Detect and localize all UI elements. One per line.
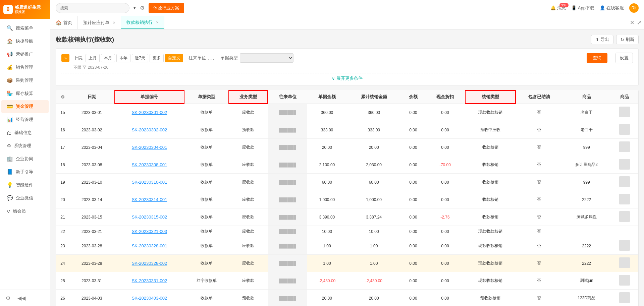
- th-product: 商品: [562, 90, 610, 104]
- cell-doc-no[interactable]: SK-20230301-002: [114, 104, 185, 121]
- table-row: 172023-03-04SK-20230304-001收款单应收款██████2…: [56, 139, 638, 156]
- topbar-search-input[interactable]: [56, 3, 129, 13]
- cell-doc-no[interactable]: SK-20230310-001: [114, 174, 185, 191]
- cell-accum-cancel: -2,430.00: [347, 272, 401, 290]
- page-header: 收款核销执行(按收款) ⬆ 导出 ↻ 刷新: [56, 35, 639, 44]
- tab-collection[interactable]: 收款核销执行 ✕: [121, 16, 164, 29]
- date-custom-button[interactable]: 自定义: [165, 54, 183, 62]
- sidebar-item-system[interactable]: ⚙ 系统管理: [1, 139, 49, 152]
- cell-doc-no[interactable]: SK-20230302-002: [114, 121, 185, 139]
- sidebar-collapse-button[interactable]: ◀◀: [16, 293, 27, 303]
- cell-partner: ██████: [268, 191, 307, 208]
- sidebar-item-wechat[interactable]: 💬 企业微信: [1, 192, 49, 204]
- tab-prepay-close-icon[interactable]: ✕: [113, 21, 115, 24]
- sidebar-item-operations[interactable]: 📊 经营管理: [1, 113, 49, 126]
- export-button[interactable]: ⬆ 导出: [591, 35, 613, 44]
- th-balance: 余额: [401, 90, 425, 104]
- topbar-gear-icon[interactable]: ⚙: [140, 5, 145, 11]
- date-prev-month-button[interactable]: 上月: [86, 54, 100, 62]
- topbar-service-button[interactable]: 👤 在线客服: [600, 5, 624, 11]
- enterprise-icon: 🏢: [7, 156, 13, 162]
- table-row: 212023-03-15SK-20230315-002收款单应收款██████3…: [56, 208, 638, 226]
- sidebar-item-marketing[interactable]: 📢 营销推广: [1, 48, 49, 61]
- expand-more-button[interactable]: ∨ 展开更多条件: [332, 75, 363, 81]
- filter-partner-item: 往来单位 ...: [189, 55, 215, 62]
- sidebar-item-member[interactable]: V 畅会员: [1, 205, 49, 218]
- cell-doc-type: 收款单: [184, 237, 228, 255]
- filter-expand-button[interactable]: »: [61, 54, 69, 62]
- cell-product: 999: [562, 174, 610, 191]
- topbar-user-avatar[interactable]: Rit: [629, 3, 639, 13]
- cell-doc-no[interactable]: SK-20230304-001: [114, 139, 185, 156]
- cell-accum-cancel: 3,387.24: [347, 208, 401, 226]
- th-cancel-type: 核销类型: [465, 90, 516, 104]
- sidebar-item-quicknav[interactable]: 🏠 快捷导航: [1, 35, 49, 48]
- sidebar-item-finance[interactable]: 💳 资金管理: [1, 100, 49, 113]
- topbar-app-button[interactable]: 📱 App下载: [571, 5, 594, 11]
- tabbar-close-button[interactable]: ✕: [630, 19, 634, 26]
- sidebar-item-label-sales: 销售管理: [16, 64, 33, 70]
- cell-cash-discount: 0.00: [425, 174, 465, 191]
- tab-collection-close-icon[interactable]: ✕: [156, 20, 159, 24]
- sidebar-item-sales[interactable]: 💰 销售管理: [1, 61, 49, 74]
- topbar-right: 🔔 消息 99+ 📱 App下载 👤 在线客服 Rit: [550, 3, 639, 13]
- sidebar-item-hardware[interactable]: 💡 智能硬件: [1, 179, 49, 191]
- date-range-text: 不限 至 2023-07-26: [61, 65, 633, 70]
- cell-doc-no[interactable]: SK-20230314-001: [114, 191, 185, 208]
- app-logo: 6 畅康道好生意 标推版: [0, 0, 50, 19]
- sidebar-item-search[interactable]: 🔍 搜索菜单: [1, 22, 49, 35]
- expand-more-row: ∨ 展开更多条件: [61, 73, 633, 81]
- date-7days-button[interactable]: 近7天: [132, 54, 148, 62]
- sidebar-item-basic[interactable]: 🗂 基础信息: [1, 126, 49, 139]
- sidebar-item-guide[interactable]: 📘 新手引导: [1, 166, 49, 178]
- date-this-year-button[interactable]: 本年: [116, 54, 130, 62]
- cell-biz-type: 预收款: [228, 121, 268, 139]
- app-icon: 📱: [571, 5, 577, 10]
- tab-prepay[interactable]: 预计应应付单 ✕: [78, 16, 121, 29]
- cell-doc-no[interactable]: SK-20230308-001: [114, 156, 185, 174]
- sidebar-item-label-purchase: 采购管理: [16, 77, 33, 83]
- cell-product: [562, 226, 610, 237]
- doctype-select[interactable]: [240, 53, 293, 63]
- topbar-solution-button[interactable]: 体验行业方案: [149, 3, 184, 13]
- topbar-notice-button[interactable]: 🔔 消息 99+: [550, 5, 566, 11]
- tabbar-expand-button[interactable]: ⤢: [637, 19, 641, 26]
- cell-amount: 1.00: [307, 255, 346, 272]
- sidebar-item-inventory[interactable]: 🏪 库存核算: [1, 87, 49, 100]
- column-settings-icon[interactable]: ⚙: [59, 94, 66, 100]
- date-more-button[interactable]: 更多: [150, 54, 164, 62]
- tabbar-actions: ✕ ⤢: [627, 16, 644, 29]
- cell-product2: [610, 121, 638, 139]
- cell-doc-no[interactable]: SK-20230403-002: [114, 290, 185, 306]
- cell-doc-no[interactable]: SK-20230328-001: [114, 237, 185, 255]
- th-settings[interactable]: ⚙: [56, 90, 69, 104]
- date-this-month-button[interactable]: 本月: [101, 54, 115, 62]
- cell-doc-type: 收款单: [184, 208, 228, 226]
- refresh-button[interactable]: ↻ 刷新: [616, 35, 639, 44]
- filter-settings-button[interactable]: 设置: [615, 53, 633, 63]
- topbar-dropdown[interactable]: ▾: [133, 5, 136, 10]
- cell-date: 2023-03-15: [69, 208, 114, 226]
- cell-date: 2023-03-21: [69, 226, 114, 237]
- cell-cancel-type: 收款核销: [465, 156, 516, 174]
- cell-partner: ██████: [268, 237, 307, 255]
- tab-home[interactable]: 🏠 首页: [50, 16, 78, 29]
- cell-doc-no[interactable]: SK-20230315-002: [114, 208, 185, 226]
- query-button[interactable]: 查询: [587, 53, 607, 63]
- inventory-icon: 🏪: [7, 90, 13, 97]
- page-title: 收款核销执行(按收款): [56, 36, 114, 44]
- cell-partner: ██████: [268, 208, 307, 226]
- th-accum-cancel: 累计核销金额: [347, 90, 401, 104]
- sidebar-item-enterprise[interactable]: 🏢 企业协同: [1, 152, 49, 165]
- cell-balance: 0.00: [401, 156, 425, 174]
- cell-doc-no[interactable]: SK-20230321-003: [114, 226, 185, 237]
- sidebar-item-label-enterprise: 企业协同: [16, 156, 33, 162]
- cell-doc-no[interactable]: SK-20230331-002: [114, 272, 185, 290]
- finance-icon: 💳: [7, 104, 13, 110]
- cell-cash-discount: -2.76: [425, 208, 465, 226]
- sidebar-gear-button[interactable]: ⚙: [3, 293, 13, 303]
- cell-biz-type: 应收款: [228, 156, 268, 174]
- cell-cancel-type: 预收中应收: [465, 121, 516, 139]
- cell-doc-no[interactable]: SK-20230328-002: [114, 255, 185, 272]
- sidebar-item-purchase[interactable]: 📦 采购管理: [1, 74, 49, 87]
